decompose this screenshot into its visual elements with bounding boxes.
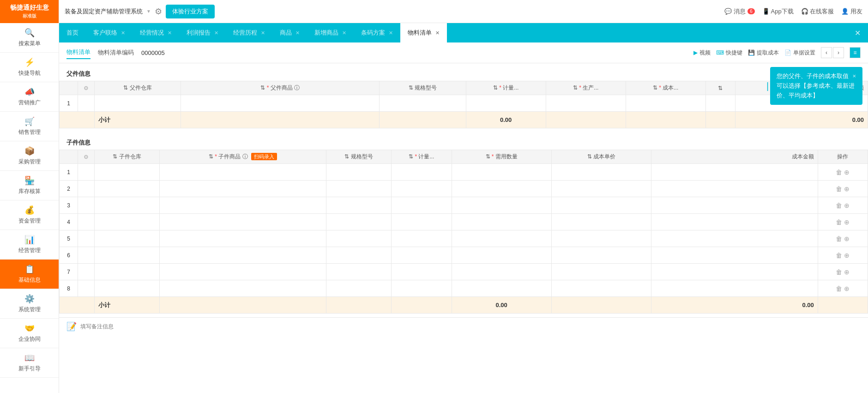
tab-close-icon[interactable]: ✕ xyxy=(121,30,125,36)
delete-btn[interactable]: 🗑 xyxy=(836,268,842,276)
delete-btn[interactable]: 🗑 xyxy=(836,285,842,292)
sidebar-item-basic[interactable]: 📋 基础信息 xyxy=(0,260,59,289)
child-unit-cost-cell[interactable] xyxy=(551,247,651,264)
tab-new-goods[interactable]: 新增商品 ✕ xyxy=(307,23,354,42)
tooltip-close-btn[interactable]: × xyxy=(852,72,856,81)
copy-btn[interactable]: ⊕ xyxy=(844,218,850,226)
tab-barcode[interactable]: 条码方案 ✕ xyxy=(354,23,400,42)
child-col-settings[interactable]: ⚙ xyxy=(78,150,95,164)
parent-cost-cell[interactable] xyxy=(626,95,705,112)
tab-profit[interactable]: 利润报告 ✕ xyxy=(179,23,226,42)
child-goods-cell[interactable] xyxy=(160,197,326,214)
child-spec-cell[interactable] xyxy=(326,280,391,297)
settings-icon[interactable]: ⚙ xyxy=(155,6,162,17)
child-unit-cell[interactable] xyxy=(392,164,452,181)
copy-btn[interactable]: ⊕ xyxy=(844,235,850,242)
column-settings-icon[interactable]: ⚙ xyxy=(84,85,89,91)
child-goods-cell[interactable] xyxy=(160,247,326,264)
tab-operation-history[interactable]: 经营历程 ✕ xyxy=(226,23,272,42)
sidebar-item-inventory[interactable]: 🏪 库存核算 xyxy=(0,171,59,200)
message-area[interactable]: 💬 消息 6 xyxy=(724,7,755,16)
prev-page-btn[interactable]: ‹ xyxy=(821,47,832,58)
sidebar-item-guide[interactable]: 📖 新手引导 xyxy=(0,348,59,378)
shortcut-btn[interactable]: ⌨ 快捷键 xyxy=(716,49,742,57)
tab-close-icon[interactable]: ✕ xyxy=(261,30,265,36)
copy-btn[interactable]: ⊕ xyxy=(844,185,850,193)
sort-icon[interactable]: ⇅ xyxy=(260,85,265,91)
child-spec-cell[interactable] xyxy=(326,164,391,181)
tab-close-icon[interactable]: ✕ xyxy=(214,30,218,36)
delete-btn[interactable]: 🗑 xyxy=(836,218,842,226)
column-settings-icon[interactable]: ⚙ xyxy=(84,154,89,160)
global-close-icon[interactable]: ✕ xyxy=(847,29,868,37)
sidebar-item-operation[interactable]: 📊 经营管理 xyxy=(0,230,59,260)
sort-icon[interactable]: ⇅ xyxy=(409,85,413,91)
child-goods-cell[interactable] xyxy=(160,181,326,197)
parent-spec-cell[interactable] xyxy=(380,95,466,112)
trial-button[interactable]: 体验行业方案 xyxy=(166,5,215,18)
app-download[interactable]: 📱 App下载 xyxy=(762,7,794,16)
delete-btn[interactable]: 🗑 xyxy=(836,235,842,242)
child-quantity-cell[interactable] xyxy=(452,164,551,181)
child-warehouse-cell[interactable] xyxy=(95,197,160,214)
tab-bom[interactable]: 物料清单 ✕ xyxy=(400,23,447,42)
delete-btn[interactable]: 🗑 xyxy=(836,185,842,193)
copy-btn[interactable]: ⊕ xyxy=(844,252,850,259)
child-spec-cell[interactable] xyxy=(326,197,391,214)
video-btn[interactable]: ▶ 视频 xyxy=(693,49,711,57)
child-spec-cell[interactable] xyxy=(326,214,391,230)
child-warehouse-cell[interactable] xyxy=(95,247,160,264)
child-quantity-cell[interactable] xyxy=(452,197,551,214)
tab-close-icon[interactable]: ✕ xyxy=(295,30,300,36)
child-cost-amount-cell[interactable] xyxy=(651,197,818,214)
copy-btn[interactable]: ⊕ xyxy=(844,268,850,276)
child-warehouse-cell[interactable] xyxy=(95,164,160,181)
child-warehouse-cell[interactable] xyxy=(95,230,160,247)
delete-btn[interactable]: 🗑 xyxy=(836,252,842,259)
child-unit-cost-cell[interactable] xyxy=(551,264,651,280)
scan-tag[interactable]: 扫码录入 xyxy=(251,153,277,160)
delete-btn[interactable]: 🗑 xyxy=(836,202,842,209)
child-cost-amount-cell[interactable] xyxy=(651,164,818,181)
child-quantity-cell[interactable] xyxy=(452,280,551,297)
sort-icon[interactable]: ⇅ xyxy=(344,153,349,160)
parent-warehouse-cell[interactable] xyxy=(95,95,181,112)
sort-icon[interactable]: ⇅ xyxy=(409,153,413,160)
child-unit-cost-cell[interactable] xyxy=(551,164,651,181)
child-warehouse-cell[interactable] xyxy=(95,214,160,230)
sub-tab-bom-code[interactable]: 物料清单编码 xyxy=(98,47,134,59)
tab-home[interactable]: 首页 xyxy=(59,23,86,42)
child-unit-cost-cell[interactable] xyxy=(551,197,651,214)
sidebar-item-system[interactable]: ⚙️ 系统管理 xyxy=(0,289,59,319)
child-goods-cell[interactable] xyxy=(160,230,326,247)
child-goods-cell[interactable] xyxy=(160,164,326,181)
delete-btn[interactable]: 🗑 xyxy=(836,169,842,176)
grid-btn[interactable]: ≡ xyxy=(850,47,861,58)
child-unit-cost-cell[interactable] xyxy=(551,181,651,197)
tab-close-icon[interactable]: ✕ xyxy=(342,30,346,36)
child-cost-amount-cell[interactable] xyxy=(651,214,818,230)
tab-goods[interactable]: 商品 ✕ xyxy=(272,23,307,42)
child-spec-cell[interactable] xyxy=(326,230,391,247)
online-service[interactable]: 🎧 在线客服 xyxy=(801,7,834,16)
child-warehouse-cell[interactable] xyxy=(95,280,160,297)
tab-operation-status[interactable]: 经营情况 ✕ xyxy=(133,23,179,42)
sidebar-item-marketing[interactable]: 📣 营销推广 xyxy=(0,82,59,112)
sidebar-item-finance[interactable]: 💰 资金管理 xyxy=(0,200,59,230)
child-cost-amount-cell[interactable] xyxy=(651,280,818,297)
child-unit-cell[interactable] xyxy=(392,230,452,247)
sidebar-item-quicknav[interactable]: ⚡ 快捷导航 xyxy=(0,53,59,82)
parent-sort-cell[interactable] xyxy=(705,95,735,112)
child-goods-cell[interactable] xyxy=(160,214,326,230)
sidebar-item-search[interactable]: 🔍 搜索菜单 xyxy=(0,23,59,53)
child-quantity-cell[interactable] xyxy=(452,181,551,197)
child-unit-cell[interactable] xyxy=(392,181,452,197)
sidebar-item-purchase[interactable]: 📦 采购管理 xyxy=(0,141,59,171)
tab-customer[interactable]: 客户联络 ✕ xyxy=(86,23,133,42)
child-spec-cell[interactable] xyxy=(326,247,391,264)
parent-unit-cell[interactable] xyxy=(466,95,546,112)
sort-icon[interactable]: ⇅ xyxy=(209,153,213,160)
child-quantity-cell[interactable] xyxy=(452,214,551,230)
child-cost-amount-cell[interactable] xyxy=(651,247,818,264)
sidebar-item-sales[interactable]: 🛒 销售管理 xyxy=(0,112,59,141)
